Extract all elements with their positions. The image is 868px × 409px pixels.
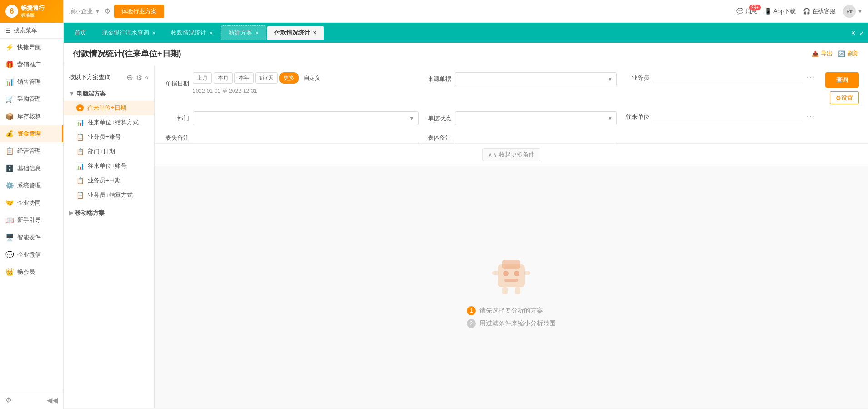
app-icon: 📱: [764, 8, 772, 15]
sidebar-item-label: 销售管理: [17, 78, 41, 86]
tab-receipt-close-icon[interactable]: ✕: [209, 30, 213, 35]
tab-bank-flow[interactable]: 现金银行流水查询 ✕: [95, 26, 163, 40]
date-btn-7days[interactable]: 近7天: [255, 72, 278, 84]
sidebar-item-operation[interactable]: 📋 经营管理: [0, 142, 63, 160]
sidebar-item-wechat[interactable]: 💬 企业微信: [0, 246, 63, 263]
collapse-sidebar-icon[interactable]: ◀◀: [47, 396, 58, 404]
sidebar-item-label: 库存核算: [17, 112, 41, 121]
settings-filter-btn[interactable]: ⚙ 设置: [830, 91, 859, 104]
sidebar-item-finance[interactable]: 💰 资金管理: [0, 125, 63, 142]
mobile-group-collapse-icon: ▶: [69, 210, 73, 216]
collapse-up-icon: ∧∧: [488, 151, 497, 158]
scheme-item-icon: 📋: [76, 148, 84, 155]
mobile-group-header[interactable]: ▶ 移动端方案: [64, 206, 154, 220]
date-btn-more[interactable]: 更多: [279, 72, 299, 84]
trial-btn[interactable]: 体验行业方案: [114, 5, 164, 18]
filter-item-dept: 部门 ▼: [164, 111, 419, 125]
scheme-item-label: 往来单位+结算方式: [88, 118, 139, 126]
tab-home[interactable]: 首页: [67, 26, 94, 40]
dept-dropdown-icon: ▼: [409, 115, 414, 121]
sidebar-item-purchase[interactable]: 🛒 采购管理: [0, 91, 63, 108]
scheme-item-staff-account[interactable]: 📋 业务员+账号: [64, 130, 154, 144]
tabs-bar: 首页 现金银行流水查询 ✕ 收款情况统计 ✕ 新建方案 ✕ 付款情况统计 ✕ ✕…: [64, 23, 868, 43]
collapse-conditions-btn[interactable]: ∧∧ 收起更多条件: [482, 148, 540, 161]
source-select[interactable]: ▼: [455, 72, 617, 86]
tab-payment-stats[interactable]: 付款情况统计 ✕: [267, 26, 324, 40]
page-header: 付款情况统计(往来单位+日期) 📤 导出 🔄 刷新: [64, 43, 868, 65]
scheme-item-label: 业务员+日期: [88, 177, 121, 185]
tab-receipt-stats-label: 收款情况统计: [171, 29, 206, 37]
sidebar-item-member[interactable]: 👑 畅会员: [0, 263, 63, 281]
tab-new-scheme-close-icon[interactable]: ✕: [255, 30, 259, 35]
scheme-item-dept-date[interactable]: 📋 部门+日期: [64, 144, 154, 159]
filter-item-body-remark: 表体备注: [426, 132, 617, 143]
filter-row-2: 部门 ▼ 单据状态 ▼: [164, 111, 859, 125]
tab-new-scheme[interactable]: 新建方案 ✕: [221, 25, 266, 40]
add-scheme-icon[interactable]: ⊕: [126, 72, 133, 82]
salesman-dots-icon[interactable]: ···: [807, 74, 815, 82]
partner-filter-label: 往来单位: [624, 113, 649, 121]
dept-select[interactable]: ▼: [193, 111, 419, 125]
query-btn[interactable]: 查询: [825, 72, 859, 88]
sidebar-item-label: 畅会员: [17, 268, 35, 276]
expand-icon[interactable]: ⤢: [859, 30, 864, 36]
filter-row-3: 表头备注 表体备注: [164, 132, 859, 143]
empty-robot-icon: [484, 246, 539, 301]
export-btn[interactable]: 📤 导出: [812, 50, 833, 58]
scheme-settings-icon[interactable]: ⚙: [136, 73, 142, 82]
scheme-item-staff-settle[interactable]: 📋 业务员+结算方式: [64, 188, 154, 202]
sidebar-item-guide[interactable]: 📖 新手引导: [0, 212, 63, 229]
close-all-tabs-icon[interactable]: ✕: [851, 30, 856, 36]
date-btn-this-month[interactable]: 本月: [214, 72, 233, 84]
desktop-group-header[interactable]: ▼ 电脑端方案: [64, 87, 154, 101]
tab-receipt-stats[interactable]: 收款情况统计 ✕: [164, 26, 220, 40]
date-btn-this-year[interactable]: 本年: [234, 72, 254, 84]
filter-item-date: 单据日期 上月 本月 本年 近7天 更多 自定义: [164, 72, 419, 95]
sidebar-item-inventory[interactable]: 📦 库存核算: [0, 108, 63, 125]
date-btn-last-month[interactable]: 上月: [193, 72, 212, 84]
svg-rect-1: [502, 260, 520, 269]
partner-input[interactable]: [653, 111, 803, 122]
sales-icon: 📊: [5, 78, 14, 86]
salesman-input[interactable]: [653, 72, 803, 83]
sidebar-item-sales[interactable]: 📊 销售管理: [0, 73, 63, 91]
filter-item-head-remark: 表头备注: [164, 132, 419, 143]
hardware-icon: 🖥️: [5, 233, 14, 242]
scheme-item-staff-date[interactable]: 📋 业务员+日期: [64, 173, 154, 188]
operation-icon: 📋: [5, 147, 14, 155]
scheme-item-icon: 📋: [76, 192, 84, 199]
sidebar-item-system[interactable]: ⚙️ 系统管理: [0, 177, 63, 194]
sidebar-item-hardware[interactable]: 🖥️ 智能硬件: [0, 229, 63, 246]
partner-dots-icon[interactable]: ···: [807, 113, 815, 121]
tab-payment-close-icon[interactable]: ✕: [313, 30, 316, 35]
app-download-btn[interactable]: 📱 App下载: [764, 7, 796, 15]
date-btn-custom[interactable]: 自定义: [300, 73, 324, 83]
search-icon: ☰: [5, 27, 11, 34]
sidebar-item-basic[interactable]: 🗄️ 基础信息: [0, 160, 63, 177]
svg-point-3: [514, 271, 519, 276]
doc-status-select[interactable]: ▼: [455, 111, 617, 125]
sidebar-item-quick-nav[interactable]: ⚡ 快捷导航: [0, 39, 63, 56]
svg-rect-7: [502, 287, 508, 294]
scheme-item-partner-settle[interactable]: 📊 往来单位+结算方式: [64, 115, 154, 130]
messages-badge: 99+: [749, 5, 761, 10]
scheme-item-partner-date[interactable]: ● 往来单位+日期: [64, 101, 154, 115]
settings-bottom-icon[interactable]: ⚙: [5, 396, 12, 404]
company-selector[interactable]: 演示企业 ▼: [69, 7, 100, 15]
online-service-btn[interactable]: 🎧 在线客服: [803, 7, 836, 15]
messages-btn[interactable]: 💬 消息 99+: [736, 7, 757, 15]
collapse-panel-icon[interactable]: «: [145, 74, 149, 81]
head-remark-input[interactable]: [193, 132, 419, 143]
body-remark-input[interactable]: [455, 132, 617, 143]
scheme-item-partner-account[interactable]: 📊 往来单位+账号: [64, 159, 154, 173]
scheme-item-label: 业务员+账号: [88, 133, 121, 141]
sidebar-item-collab[interactable]: 🤝 企业协同: [0, 194, 63, 212]
search-menu[interactable]: ☰ 搜索菜单: [0, 23, 63, 39]
sidebar-item-marketing[interactable]: 🎁 营销推广: [0, 56, 63, 73]
filter-item-doc-status: 单据状态 ▼: [426, 111, 617, 125]
scheme-panel-title: 按以下方案查询: [69, 73, 110, 81]
topnav-settings-icon[interactable]: ⚙: [104, 7, 110, 15]
user-avatar[interactable]: Rit ▼: [843, 5, 863, 18]
tab-bank-flow-close-icon[interactable]: ✕: [152, 30, 155, 35]
refresh-btn[interactable]: 🔄 刷新: [838, 50, 859, 58]
